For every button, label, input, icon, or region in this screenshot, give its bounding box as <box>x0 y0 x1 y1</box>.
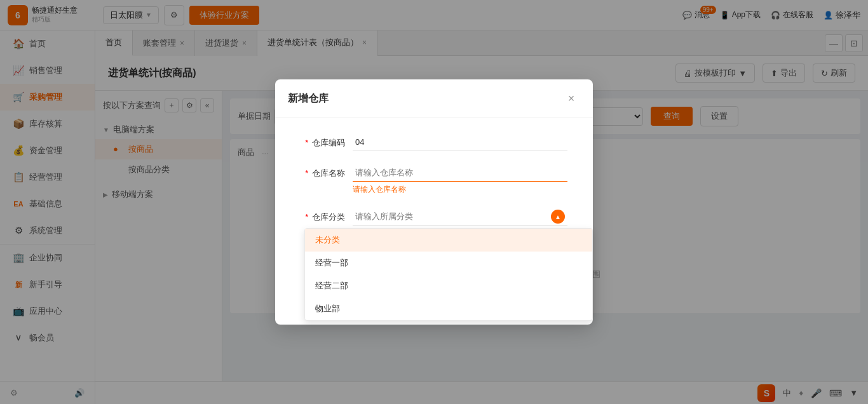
category-form-item: * 仓库分类 ▲ 未分类 经营一部 经营二部 物业部 <box>301 208 567 226</box>
category-label: * 仓库分类 <box>301 208 345 223</box>
required-icon-name: * <box>305 168 308 178</box>
dropdown-item-operations1[interactable]: 经营一部 <box>305 252 592 274</box>
modal-body: * 仓库编码 * 仓库名称 请输入仓库名称 * <box>275 118 593 284</box>
modal-close-button[interactable]: × <box>562 90 580 107</box>
code-form-item: * 仓库编码 <box>301 133 567 151</box>
code-label: * 仓库编码 <box>301 133 345 149</box>
modal-overlay[interactable]: 新增仓库 × * 仓库编码 * 仓库名称 请输入仓库名称 <box>0 0 868 404</box>
dropdown-item-uncategorized[interactable]: 未分类 <box>305 229 592 252</box>
dropdown-item-operations2[interactable]: 经营二部 <box>305 274 592 297</box>
dropdown-item-property[interactable]: 物业部 <box>305 297 592 320</box>
modal-title: 新增仓库 <box>288 92 329 105</box>
required-icon: * <box>305 138 308 147</box>
modal-add-warehouse: 新增仓库 × * 仓库编码 * 仓库名称 请输入仓库名称 <box>275 79 593 325</box>
name-label: * 仓库名称 <box>301 164 345 179</box>
name-input[interactable] <box>353 164 567 182</box>
name-form-item: * 仓库名称 请输入仓库名称 <box>301 164 567 195</box>
category-input[interactable] <box>353 208 567 226</box>
required-icon-cat: * <box>305 212 308 222</box>
name-error-message: 请输入仓库名称 <box>353 184 567 195</box>
category-dropdown-arrow[interactable]: ▲ <box>551 210 565 224</box>
category-dropdown-list: 未分类 经营一部 经营二部 物业部 <box>304 228 593 321</box>
code-input[interactable] <box>353 133 567 151</box>
category-dropdown-wrapper: ▲ 未分类 经营一部 经营二部 物业部 <box>353 208 567 226</box>
modal-header: 新增仓库 × <box>275 79 593 118</box>
